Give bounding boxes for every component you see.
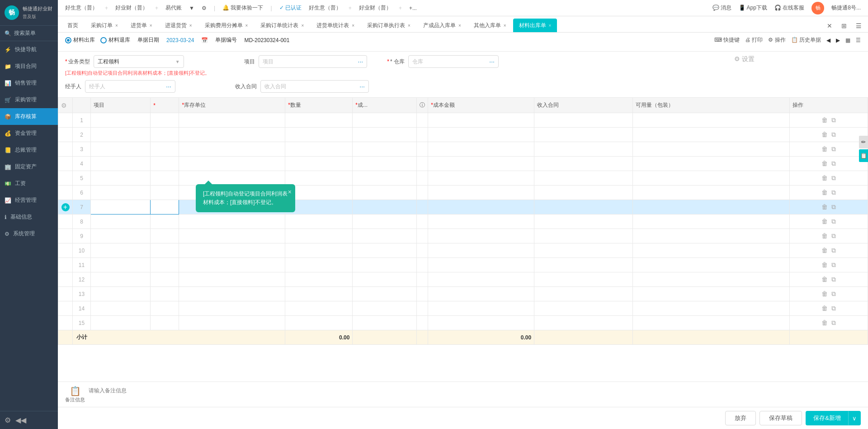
cell-quantity[interactable] [285,214,353,229]
cell-material[interactable] [151,272,179,287]
cell-unit[interactable] [179,301,285,316]
copy-row-icon[interactable]: ⧉ [831,247,836,254]
cell-unit[interactable] [179,171,285,186]
cell-unit[interactable] [179,258,285,272]
note-input[interactable] [89,386,861,396]
cell-material[interactable] [151,301,179,316]
cell-cost-price[interactable] [353,128,417,142]
cell-material[interactable] [151,113,179,128]
delete-row-icon[interactable]: 🗑 [821,189,828,196]
delete-row-icon[interactable]: 🗑 [821,145,828,153]
cell-quantity[interactable] [285,157,353,171]
cell-income-contract[interactable] [534,128,633,142]
toolbar-history[interactable]: 📋 历史单据 [791,36,821,44]
cell-cost-price[interactable] [353,214,417,229]
cell-cost-amount[interactable] [428,128,534,142]
cell-quantity[interactable] [285,200,353,214]
cell-cost-amount[interactable] [428,171,534,186]
tab-close-purchase-in[interactable]: × [150,23,152,28]
collapse-icon[interactable]: ◀◀ [15,416,26,424]
tab-close-purchase-stats[interactable]: × [301,23,304,28]
cell-income-contract[interactable] [534,113,633,128]
business-type-input[interactable]: 工程领料 ▼ [94,55,184,68]
topbar-app-download[interactable]: 📱 App下载 [739,4,767,12]
cell-income-contract[interactable] [534,186,633,200]
cell-available[interactable] [633,272,790,287]
toolbar-print[interactable]: 🖨 打印 [745,36,763,44]
copy-row-icon[interactable]: ⧉ [831,189,836,196]
cell-material[interactable] [151,171,179,186]
delete-row-icon[interactable]: 🗑 [821,247,828,254]
cell-project[interactable] [91,157,151,171]
topbar-haoyecai[interactable]: 好业财（普） [115,4,148,12]
copy-row-icon[interactable]: ⧉ [831,232,836,239]
cell-material[interactable] [151,258,179,272]
cell-cost-amount[interactable] [428,200,534,214]
sidebar-item-sales[interactable]: 📊 销售管理 [0,75,58,91]
cell-income-contract[interactable] [534,200,633,214]
cell-project[interactable] [91,272,151,287]
topbar-haoyecai2[interactable]: 好业财（普） [359,4,392,12]
toolbar-list-view[interactable]: ☰ [856,37,861,43]
cell-income-contract[interactable] [534,142,633,157]
tab-purchase-expense[interactable]: 采购费用分摊单 × [199,19,254,32]
project-input[interactable]: 项目 ··· [259,55,367,68]
cell-unit[interactable] [179,113,285,128]
sidebar-item-search[interactable]: 🔍 搜索菜单 [0,26,58,41]
cell-cost-price[interactable] [353,157,417,171]
delete-row-icon[interactable]: 🗑 [821,174,828,181]
tab-close-other-in[interactable]: × [504,23,506,28]
cell-available[interactable] [633,258,790,272]
tab-close-product-in[interactable]: × [458,23,461,28]
cell-cost-price[interactable] [353,301,417,316]
cell-cost-amount[interactable] [428,287,534,301]
delete-row-icon[interactable]: 🗑 [821,218,828,225]
topbar-message[interactable]: 💬 消息 [712,4,731,12]
table-settings-icon[interactable]: ⚙ [61,102,67,109]
cell-cost-amount[interactable] [428,186,534,200]
copy-row-icon[interactable]: ⧉ [831,276,836,283]
copy-row-icon[interactable]: ⧉ [831,116,836,124]
cell-project[interactable] [91,113,151,128]
cell-unit[interactable] [179,243,285,258]
cell-cost-price[interactable] [353,186,417,200]
cell-cost-amount[interactable] [428,142,534,157]
topbar-haoshengyi[interactable]: 好生意（普） [65,4,98,12]
cell-project[interactable] [91,171,151,186]
sidebar-item-inventory[interactable]: 📦 库存核算 [0,108,58,125]
delete-row-icon[interactable]: 🗑 [821,116,828,124]
sidebar-item-purchase[interactable]: 🛒 采购管理 [0,91,58,108]
tab-close-all[interactable]: ✕ [824,21,835,30]
doc-date-value[interactable]: 2023-03-24 [166,37,194,43]
sidebar-item-project-contract[interactable]: 📁 项目合同 [0,58,58,75]
cell-cost-price[interactable] [353,142,417,157]
cell-income-contract[interactable] [534,301,633,316]
cell-project[interactable] [91,287,151,301]
cell-cost-amount[interactable] [428,258,534,272]
cell-cost-price[interactable] [353,113,417,128]
cell-income-contract[interactable] [534,258,633,272]
delete-row-icon[interactable]: 🗑 [821,203,828,210]
cell-material[interactable] [151,243,179,258]
cell-available[interactable] [633,301,790,316]
cell-quantity[interactable] [285,229,353,243]
topbar-username[interactable]: 畅捷通8号... [831,4,861,12]
cell-available[interactable] [633,287,790,301]
topbar-settings-icon[interactable]: ⚙ [202,5,207,11]
save-new-arrow-button[interactable]: ∨ [848,411,861,425]
sidebar-item-quicknav[interactable]: ⚡ 快捷导航 [0,41,58,58]
toolbar-operation[interactable]: ⚙ 操作 [768,36,785,44]
cell-project[interactable] [91,301,151,316]
tab-purchase-in[interactable]: 进货单 × [125,19,158,32]
cell-cost-amount[interactable] [428,157,534,171]
sidebar-item-finance[interactable]: 💰 资金管理 [0,125,58,142]
tab-close-purchase-return[interactable]: × [189,23,192,28]
cell-cost-amount[interactable] [428,214,534,229]
right-tool-edit[interactable]: ✏ [859,136,868,148]
right-tool-active[interactable]: 📋 [859,149,868,162]
cell-unit[interactable] [179,214,285,229]
cell-income-contract[interactable] [534,316,633,330]
cell-cost-price[interactable] [353,229,417,243]
warehouse-dots[interactable]: ··· [489,58,495,65]
cell-material[interactable] [151,214,179,229]
